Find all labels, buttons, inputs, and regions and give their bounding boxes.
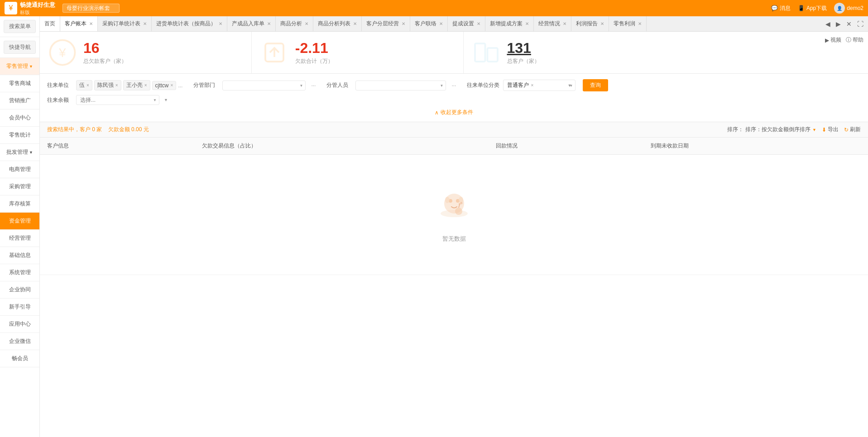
tab-close-all-btn[interactable]: ✕ — [844, 19, 854, 28]
quick-nav-btn[interactable]: 快捷导航 — [4, 41, 36, 54]
sidebar-item-operations[interactable]: 经营管理 — [0, 230, 39, 247]
tab-home[interactable]: 首页 — [40, 16, 60, 32]
dept-input[interactable] — [222, 81, 306, 90]
balance-dropdown-icon: ▼ — [164, 98, 168, 102]
sidebar-item-system-mgmt[interactable]: 系统管理 — [0, 264, 39, 281]
sidebar-item-purchase[interactable]: 采购管理 — [0, 178, 39, 195]
person-input[interactable] — [355, 81, 446, 90]
unit-tag-3-close[interactable]: × — [171, 83, 173, 88]
tab-expand-btn[interactable]: ⛶ — [855, 19, 865, 28]
collapse-btn[interactable]: ∧ 收起更多条件 — [47, 109, 861, 116]
video-icon: ▶ — [825, 37, 829, 43]
tab-purchase-order-stats[interactable]: 采购订单统计表 ✕ — [98, 16, 152, 32]
tab-close-production-inbound[interactable]: ✕ — [267, 21, 271, 26]
tab-accounts-receivable[interactable]: 客户账本 ✕ — [60, 16, 98, 32]
tab-close-product-analysis-list[interactable]: ✕ — [353, 21, 357, 26]
sidebar-item-retail-stats[interactable]: 零售统计 — [0, 127, 39, 144]
tab-close-customer-contact[interactable]: ✕ — [439, 21, 443, 26]
person-label: 分管人员 — [326, 81, 352, 89]
tab-new-promotion[interactable]: 新增提成方案 ✕ — [485, 16, 534, 32]
unit-more-btn[interactable]: ... — [178, 82, 182, 89]
tab-close-customer-segment[interactable]: ✕ — [402, 21, 405, 26]
sidebar-item-batch-mgmt[interactable]: 批发管理 ▼ — [0, 144, 39, 161]
sidebar-item-ecommerce[interactable]: 电商管理 — [0, 161, 39, 178]
tab-close-retail-profit[interactable]: ✕ — [638, 21, 642, 26]
user-area[interactable]: 👤 demo2 — [834, 3, 863, 14]
refresh-btn[interactable]: ↻ 刷新 — [844, 126, 861, 133]
sidebar-item-retail-mgmt[interactable]: 零售管理 ▼ — [0, 58, 39, 75]
tab-production-inbound[interactable]: 产成品入库单 ✕ — [227, 16, 276, 32]
unit-label: 往来单位 — [47, 81, 72, 89]
export-btn[interactable]: ⬇ 导出 — [822, 126, 839, 133]
tab-controls: ◀ ▶ ✕ ⛶ — [821, 19, 868, 28]
header-left: ¥ 畅捷通好生意 标版 母婴行业演示帐套 — [5, 1, 120, 16]
tab-customer-contact[interactable]: 客户联络 ✕ — [410, 16, 448, 32]
sidebar-item-app-center[interactable]: 应用中心 — [0, 316, 39, 333]
sidebar-item-finance[interactable]: 资金管理 — [0, 213, 39, 230]
tab-close-business-status[interactable]: ✕ — [563, 21, 566, 26]
sidebar-item-new-guide[interactable]: 新手引导 — [0, 299, 39, 316]
help-btn[interactable]: ⓘ 帮助 — [846, 36, 863, 44]
category-tag-close[interactable]: × — [531, 83, 533, 88]
sidebar-item-member-center[interactable]: 会员中心 — [0, 109, 39, 127]
help-icon: ⓘ — [846, 36, 851, 44]
message-btn[interactable]: 💬 消息 — [771, 5, 791, 12]
unit-tag-1-close[interactable]: × — [115, 83, 118, 88]
video-btn[interactable]: ▶ 视频 — [825, 36, 841, 44]
filter-row-balance: 往来余额 ▼ — [47, 95, 861, 105]
empty-text: 暂无数据 — [442, 235, 466, 243]
avatar: 👤 — [834, 3, 845, 14]
dept-dots[interactable]: ··· — [311, 82, 316, 89]
top-header: ¥ 畅捷通好生意 标版 母婴行业演示帐套 💬 消息 📱 App下载 👤 demo… — [0, 0, 868, 16]
account-selector[interactable]: 母婴行业演示帐套 — [62, 4, 120, 13]
total-customers2-label: 总客户（家） — [507, 57, 540, 65]
app-download-btn[interactable]: 📱 App下载 — [798, 5, 827, 12]
person-dots[interactable]: ··· — [451, 82, 456, 89]
tab-business-status[interactable]: 经营情况 ✕ — [534, 16, 571, 32]
unit-tag-0-close[interactable]: × — [86, 83, 89, 88]
sidebar-item-member[interactable]: 畅会员 — [0, 350, 39, 367]
tab-next-btn[interactable]: ▶ — [834, 19, 843, 28]
message-icon: 💬 — [771, 5, 778, 11]
query-btn[interactable]: 查询 — [583, 79, 608, 91]
sidebar-item-retail-mall[interactable]: 零售商城 — [0, 75, 39, 92]
sidebar-item-wechat[interactable]: 企业微信 — [0, 333, 39, 350]
unit-tag-2-close[interactable]: × — [144, 83, 147, 88]
search-menu-btn[interactable]: 搜索菜单 — [4, 20, 36, 33]
sort-dropdown-icon[interactable]: ▼ — [812, 128, 816, 132]
filter-row-unit: 往来单位 伍 × 陈民强 × 王小亮 × — [47, 79, 861, 91]
logo-area: ¥ 畅捷通好生意 标版 — [5, 1, 55, 16]
phone-icon: 📱 — [798, 5, 805, 11]
sidebar-item-marketing[interactable]: 营销推广 — [0, 92, 39, 109]
main-layout: 搜索菜单 快捷导航 零售管理 ▼ 零售商城 营销推广 会员中心 零售统计 批发管… — [0, 16, 868, 437]
tab-product-analysis-list[interactable]: 商品分析列表 ✕ — [313, 16, 362, 32]
balance-input[interactable] — [76, 95, 159, 105]
tab-close-product-analysis[interactable]: ✕ — [305, 21, 308, 26]
quick-nav-section: 快捷导航 — [0, 37, 39, 58]
sidebar-item-inventory[interactable]: 库存核算 — [0, 195, 39, 213]
tab-product-analysis[interactable]: 商品分析 ✕ — [276, 16, 313, 32]
tab-inbound-stats[interactable]: 进货单统计表（按商品） ✕ — [152, 16, 227, 32]
tab-profit-report[interactable]: 利润报告 ✕ — [571, 16, 609, 32]
empty-state: 暂无数据 — [47, 159, 861, 270]
tab-retail-profit[interactable]: 零售利润 ✕ — [609, 16, 647, 32]
sidebar-search-section: 搜索菜单 — [0, 16, 39, 37]
balance-label: 往来余额 — [47, 96, 72, 104]
tab-close-inbound-stats[interactable]: ✕ — [219, 21, 222, 26]
tab-customer-segment[interactable]: 客户分层经营 ✕ — [362, 16, 410, 32]
th-customer-info: 客户信息 — [40, 138, 195, 155]
tab-prev-btn[interactable]: ◀ — [824, 19, 832, 28]
tab-bar: 首页 客户账本 ✕ 采购订单统计表 ✕ 进货单统计表（按商品） ✕ 产成品入库单… — [40, 16, 868, 32]
tab-close-new-promotion[interactable]: ✕ — [525, 21, 529, 26]
tab-close-accounts-receivable[interactable]: ✕ — [89, 21, 93, 26]
table-header-row: 客户信息 欠款交易信息（占比） 回款情况 到期未收款日期 — [40, 138, 868, 155]
tab-close-profit-report[interactable]: ✕ — [600, 21, 604, 26]
sidebar-item-enterprise[interactable]: 企业协同 — [0, 281, 39, 299]
tab-promotion-settings[interactable]: 提成设置 ✕ — [448, 16, 485, 32]
svg-point-14 — [459, 203, 460, 205]
dept-label: 分管部门 — [193, 81, 219, 89]
tab-close-purchase-order-stats[interactable]: ✕ — [143, 21, 147, 26]
tab-close-promotion-settings[interactable]: ✕ — [477, 21, 480, 26]
sidebar-item-basic-info[interactable]: 基础信息 — [0, 247, 39, 264]
sort-select-wrapper: 排序： 排序：按欠款金额倒序排序 ▼ — [727, 126, 816, 133]
